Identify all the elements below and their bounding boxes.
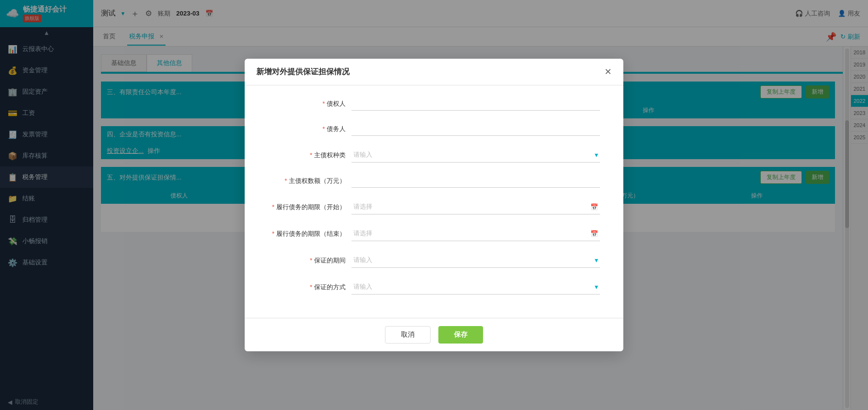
guarantee-period-select[interactable]: 请输入 ▾ (351, 253, 600, 268)
claim-type-label-text: 主债权种类 (314, 151, 346, 159)
required-mark: * (272, 203, 274, 211)
guarantee-period-label: * 保证的期间 (268, 256, 346, 265)
modal-header: 新增对外提供保证担保情况 ✕ (245, 59, 623, 85)
debtor-input[interactable] (351, 122, 600, 136)
modal-body: * 债权人 * 债务人 * 主债权种类 请输入 (245, 85, 623, 318)
modal-close-button[interactable]: ✕ (604, 66, 612, 77)
period-start-calendar-icon: 📅 (590, 203, 598, 211)
guarantee-method-select[interactable]: 请输入 ▾ (351, 279, 600, 295)
form-row-debtor: * 债务人 (268, 122, 600, 136)
debtor-label: * 债务人 (268, 125, 346, 133)
required-mark: * (322, 125, 325, 132)
modal-title: 新增对外提供保证担保情况 (256, 67, 350, 77)
period-start-placeholder: 请选择 (353, 202, 590, 211)
period-end-label-text: 履行债务的期限（结束） (276, 230, 346, 237)
guarantee-period-placeholder: 请输入 (353, 256, 595, 264)
creditor-input[interactable] (351, 97, 600, 111)
debtor-label-text: 债务人 (327, 125, 346, 132)
period-end-datepicker[interactable]: 请选择 📅 (351, 226, 600, 241)
guarantee-method-label: * 保证的方式 (268, 283, 346, 292)
claim-type-placeholder: 请输入 (353, 150, 595, 159)
creditor-label-text: 债权人 (327, 100, 346, 107)
form-row-creditor: * 债权人 (268, 97, 600, 111)
claim-amount-label-text: 主债权数额（万元） (289, 177, 346, 184)
guarantee-period-label-text: 保证的期间 (314, 257, 346, 264)
form-row-claim-type: * 主债权种类 请输入 ▾ (268, 148, 600, 163)
period-end-placeholder: 请选择 (353, 229, 590, 238)
required-mark: * (322, 100, 325, 107)
form-row-period-start: * 履行债务的期限（开始） 请选择 📅 (268, 199, 600, 214)
claim-amount-label: * 主债权数额（万元） (268, 177, 346, 185)
claim-type-select[interactable]: 请输入 ▾ (351, 148, 600, 163)
claim-type-label: * 主债权种类 (268, 151, 346, 160)
required-mark: * (310, 257, 312, 264)
required-mark: * (272, 230, 274, 237)
modal-backdrop: 新增对外提供保证担保情况 ✕ * 债权人 * 债务人 (0, 0, 868, 410)
period-start-label: * 履行债务的期限（开始） (268, 203, 346, 212)
form-row-claim-amount: * 主债权数额（万元） (268, 174, 600, 188)
guarantee-method-placeholder: 请输入 (353, 282, 595, 291)
guarantee-period-chevron-icon: ▾ (595, 256, 598, 264)
period-start-label-text: 履行债务的期限（开始） (276, 203, 346, 211)
required-mark: * (310, 151, 312, 159)
required-mark: * (310, 283, 312, 291)
period-start-datepicker[interactable]: 请选择 📅 (351, 199, 600, 214)
save-button[interactable]: 保存 (438, 326, 483, 344)
claim-amount-input[interactable] (351, 174, 600, 188)
cancel-button[interactable]: 取消 (385, 326, 431, 344)
form-row-guarantee-period: * 保证的期间 请输入 ▾ (268, 253, 600, 268)
guarantee-method-label-text: 保证的方式 (314, 283, 346, 291)
form-row-guarantee-method: * 保证的方式 请输入 ▾ (268, 279, 600, 295)
modal-dialog: 新增对外提供保证担保情况 ✕ * 债权人 * 债务人 (245, 59, 623, 351)
creditor-label: * 债权人 (268, 99, 346, 108)
claim-type-chevron-icon: ▾ (595, 151, 598, 159)
form-row-period-end: * 履行债务的期限（结束） 请选择 📅 (268, 226, 600, 241)
period-end-label: * 履行债务的期限（结束） (268, 230, 346, 238)
guarantee-method-chevron-icon: ▾ (595, 283, 598, 291)
period-end-calendar-icon: 📅 (590, 230, 598, 237)
modal-footer: 取消 保存 (245, 318, 623, 351)
required-mark: * (284, 177, 287, 184)
